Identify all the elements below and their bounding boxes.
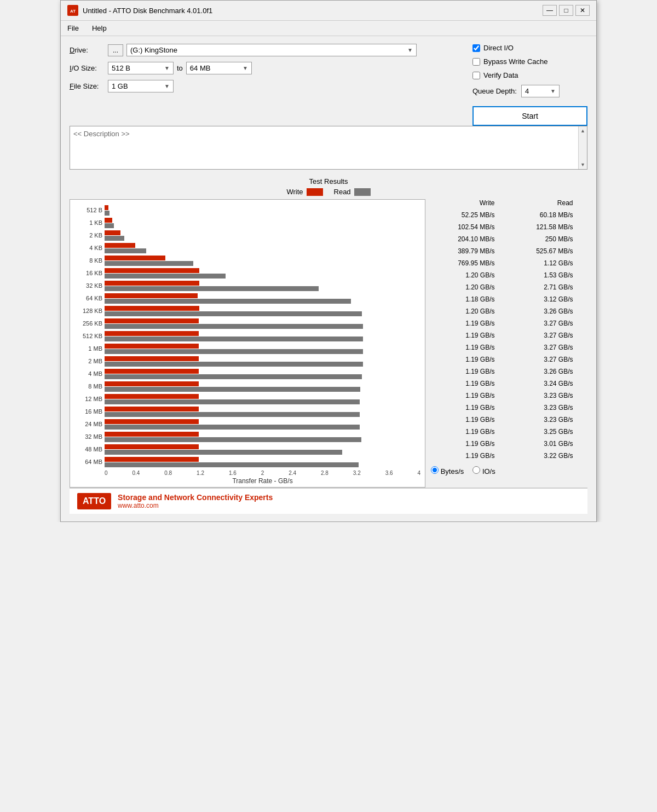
drive-label: Drive: [70,46,108,54]
bar-row-48-MB: 48 MB [74,443,420,455]
queue-depth-arrow: ▼ [550,88,556,94]
bar-group [105,281,420,291]
scroll-down-icon[interactable]: ▼ [579,160,587,169]
bar-group [105,331,420,341]
write-bar [105,243,135,248]
bar-group [105,344,420,354]
chart-area: 512 B1 KB2 KB4 KB8 KB16 KB32 KB64 KB128 … [70,199,425,488]
table-row: 102.54 MB/s121.58 MB/s [431,221,587,233]
read-cell: 60.18 MB/s [524,211,573,219]
write-cell: 204.10 MB/s [446,235,495,243]
write-cell: 1.19 GB/s [446,344,495,351]
write-cell: 1.19 GB/s [446,332,495,339]
bar-row-32-MB: 32 MB [74,431,420,443]
queue-depth-dropdown[interactable]: 4 ▼ [521,85,560,97]
io-size-row: I/O Size: 512 B ▼ to 64 MB ▼ [70,62,462,74]
table-row: 1.20 GB/s1.53 GB/s [431,269,587,281]
write-legend-item: Write [286,188,322,196]
read-bar [105,274,226,279]
table-row: 769.95 MB/s1.12 GB/s [431,257,587,269]
bar-row-512-B: 512 B [74,204,420,216]
x-axis-title: Transfer Rate - GB/s [105,477,420,485]
read-bar [105,248,146,253]
maximize-button[interactable]: □ [559,5,573,16]
bypass-write-cache-checkbox[interactable] [472,58,480,66]
x-axis-tick: 1.2 [197,470,204,476]
svg-text:AT: AT [70,9,76,14]
write-bar [105,457,199,462]
table-row: 52.25 MB/s60.18 MB/s [431,209,587,221]
write-cell: 1.18 GB/s [446,295,495,303]
io-radio[interactable] [472,466,480,474]
bytes-radio-label[interactable]: Bytes/s [431,466,464,475]
minimize-button[interactable]: — [543,5,557,16]
bar-group [105,306,420,316]
verify-data-checkbox[interactable] [472,72,480,79]
drive-dropdown[interactable]: (G:) KingStone ▼ [126,44,417,56]
read-bar [105,399,360,404]
bar-group [105,381,420,392]
bar-row-1-KB: 1 KB [74,217,420,229]
write-cell: 1.20 GB/s [446,308,495,315]
read-cell: 3.23 GB/s [524,416,573,424]
read-cell: 525.67 MB/s [524,247,573,255]
bar-group [105,243,420,253]
table-row: 1.20 GB/s2.71 GB/s [431,281,587,293]
menu-file[interactable]: File [65,23,81,33]
write-bar [105,331,199,336]
io-radio-label[interactable]: IO/s [472,466,495,475]
bar-label: 128 KB [74,308,105,314]
bar-label: 48 MB [74,446,105,453]
bar-row-8-MB: 8 MB [74,380,420,392]
bar-label: 64 MB [74,459,105,465]
direct-io-checkbox[interactable] [472,44,480,52]
start-button[interactable]: Start [472,106,587,126]
bar-row-32-KB: 32 KB [74,280,420,292]
description-scrollbar[interactable]: ▲ ▼ [578,126,587,169]
read-cell: 3.27 GB/s [524,356,573,363]
x-axis: 00.40.81.21.622.42.83.23.64 [105,468,420,477]
read-cell: 3.26 GB/s [524,308,573,315]
write-bar [105,444,199,449]
verify-data-label[interactable]: Verify Data [483,71,518,79]
write-cell: 1.20 GB/s [446,283,495,291]
scroll-up-icon[interactable]: ▲ [579,126,587,135]
write-cell: 102.54 MB/s [446,223,495,231]
write-cell: 1.19 GB/s [446,320,495,327]
bar-label: 2 KB [74,232,105,239]
read-cell: 3.01 GB/s [524,440,573,448]
file-size-dropdown[interactable]: 1 GB ▼ [108,80,174,92]
file-size-value: 1 GB [112,82,128,90]
bar-row-512-KB: 512 KB [74,330,420,342]
write-cell: 1.20 GB/s [446,271,495,279]
close-button[interactable]: ✕ [575,5,590,16]
footer-url: www.atto.com [118,502,273,509]
bar-row-1-MB: 1 MB [74,343,420,355]
bar-row-64-MB: 64 MB [74,456,420,468]
read-cell: 3.22 GB/s [524,452,573,460]
direct-io-row: Direct I/O [472,44,587,52]
titlebar-left: AT Untitled - ATTO Disk Benchmark 4.01.0… [67,5,212,16]
browse-button[interactable]: ... [108,44,123,56]
read-bar [105,462,359,467]
write-bar [105,432,199,437]
io-from-dropdown[interactable]: 512 B ▼ [108,62,174,74]
bypass-write-cache-label[interactable]: Bypass Write Cache [483,57,548,66]
io-to-dropdown[interactable]: 64 MB ▼ [186,62,252,74]
table-row: 1.19 GB/s3.22 GB/s [431,450,587,462]
bar-group [105,457,420,467]
read-bar [105,286,319,291]
chart-bars: 512 B1 KB2 KB4 KB8 KB16 KB32 KB64 KB128 … [74,204,420,468]
bytes-radio[interactable] [431,466,439,474]
io-size-group: 512 B ▼ to 64 MB ▼ [108,62,252,74]
read-legend-color [354,188,371,196]
x-axis-tick: 4 [417,470,420,476]
write-bar [105,381,199,386]
direct-io-label[interactable]: Direct I/O [483,44,514,52]
menu-help[interactable]: Help [90,23,109,33]
bar-group [105,230,420,241]
bar-group [105,432,420,442]
table-row: 1.19 GB/s3.23 GB/s [431,402,587,414]
x-axis-tick: 1.6 [229,470,237,476]
bar-row-24-MB: 24 MB [74,418,420,430]
